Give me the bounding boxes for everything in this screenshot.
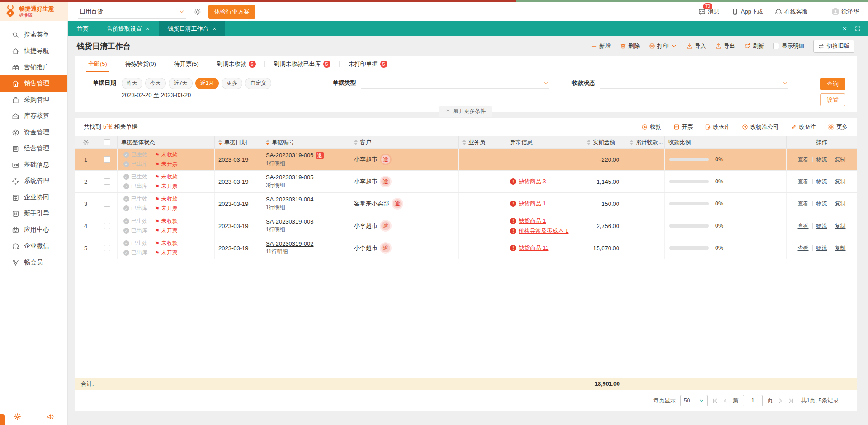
- row-action-logistics[interactable]: 物流: [816, 244, 827, 252]
- org-select[interactable]: 日用百货: [78, 5, 186, 19]
- page-number-input[interactable]: [743, 395, 763, 406]
- row-action-logistics[interactable]: 物流: [816, 222, 827, 230]
- row-action-view[interactable]: 查看: [798, 178, 809, 186]
- chat-widget-edge[interactable]: [0, 414, 5, 425]
- search-button[interactable]: 查询: [820, 78, 845, 90]
- table-row[interactable]: 1 ✓已生效✓已出库 ⚑未收款⚑未开票 2023-03-19 SA-202303…: [75, 149, 857, 171]
- date-pill[interactable]: 昨天: [122, 78, 142, 89]
- prev-page-icon[interactable]: [722, 398, 728, 404]
- table-row[interactable]: 3 ✓已生效✓已出库 ⚑未收款⚑未开票 2023-03-19 SA-202303…: [75, 193, 857, 215]
- sidebar-item-gift[interactable]: 营销推广: [0, 59, 67, 75]
- switch-old-version-button[interactable]: 切换旧版: [813, 40, 854, 53]
- exception-link[interactable]: !缺货商品 1: [510, 217, 546, 225]
- last-page-icon[interactable]: [788, 398, 794, 404]
- row-action-copy[interactable]: 复制: [835, 156, 846, 163]
- column-header[interactable]: 累计收款...: [626, 136, 665, 148]
- next-page-icon[interactable]: [778, 398, 783, 404]
- date-pill[interactable]: 近1月: [195, 78, 219, 89]
- online-service-button[interactable]: 在线客服: [775, 8, 808, 16]
- row-checkbox[interactable]: [104, 245, 110, 251]
- order-code-link[interactable]: SA-20230319-004: [266, 196, 314, 203]
- row-action-logistics[interactable]: 物流: [816, 200, 827, 208]
- filter-tab[interactable]: 全部(5): [79, 56, 116, 72]
- trial-plan-button[interactable]: 体验行业方案: [208, 5, 255, 19]
- row-checkbox[interactable]: [104, 156, 110, 163]
- row-action-copy[interactable]: 复制: [835, 200, 846, 208]
- row-action-view[interactable]: 查看: [798, 222, 809, 230]
- filter-tab[interactable]: 未打印单据5: [340, 56, 396, 72]
- sidebar-item-system[interactable]: 系统管理: [0, 173, 67, 189]
- exception-link[interactable]: !价格异常及零成本 1: [510, 227, 568, 235]
- sidebar-item-money[interactable]: 资金管理: [0, 124, 67, 140]
- app-download-button[interactable]: App下载: [731, 8, 763, 16]
- row-action-view[interactable]: 查看: [798, 244, 809, 252]
- batch-logistics-button[interactable]: 改物流公司: [742, 123, 779, 131]
- per-page-select[interactable]: 50: [680, 395, 708, 406]
- row-action-copy[interactable]: 复制: [835, 244, 846, 252]
- action-plus-button[interactable]: 新增: [591, 42, 611, 50]
- close-tab-icon[interactable]: ×: [213, 26, 217, 32]
- exception-link[interactable]: !缺货商品 1: [510, 200, 546, 208]
- fullscreen-icon[interactable]: [855, 26, 861, 32]
- sidebar-item-clipboard[interactable]: 经营管理: [0, 140, 67, 157]
- row-action-view[interactable]: 查看: [798, 200, 809, 208]
- table-row[interactable]: 2 ✓已生效✓已出库 ⚑未收款⚑未开票 2023-03-19 SA-202303…: [75, 171, 857, 193]
- doc-type-select[interactable]: [361, 78, 549, 89]
- show-detail-toggle[interactable]: 显示明细: [773, 42, 804, 50]
- date-pill[interactable]: 今天: [145, 78, 166, 89]
- row-action-logistics[interactable]: 物流: [816, 156, 827, 163]
- sidebar-item-store[interactable]: 销售管理: [0, 75, 67, 92]
- exception-link[interactable]: !缺货商品 11: [510, 244, 548, 252]
- row-checkbox[interactable]: [104, 201, 110, 207]
- column-header[interactable]: 单据日期: [215, 136, 262, 148]
- column-header[interactable]: 业务员: [459, 136, 506, 148]
- sidebar-item-newbie[interactable]: 新手引导: [0, 205, 67, 222]
- announcement-megaphone-icon[interactable]: [47, 413, 54, 420]
- row-action-copy[interactable]: 复制: [835, 222, 846, 230]
- action-trash-button[interactable]: 删除: [620, 42, 640, 50]
- action-refresh-button[interactable]: 刷新: [744, 42, 764, 50]
- sidebar-item-bag[interactable]: 采购管理: [0, 92, 67, 108]
- action-import-button[interactable]: 导入: [686, 42, 706, 50]
- row-checkbox[interactable]: [104, 223, 110, 229]
- sidebar-item-idcard[interactable]: 基础信息: [0, 157, 67, 173]
- date-pill[interactable]: 自定义: [245, 78, 271, 89]
- table-row[interactable]: 4 ✓已生效✓已出库 ⚑未收款⚑未开票 2023-03-19 SA-202303…: [75, 215, 857, 237]
- filter-tab[interactable]: 到期未收款已出库5: [265, 56, 340, 72]
- sidebar-item-collab[interactable]: 企业协同: [0, 189, 67, 205]
- messages-button[interactable]: 消息 70: [698, 8, 720, 16]
- column-header[interactable]: 客户: [350, 136, 459, 148]
- order-code-link[interactable]: SA-20230319-003: [266, 218, 314, 225]
- window-tab[interactable]: 首页: [68, 21, 98, 36]
- order-code-link[interactable]: SA-20230319-002: [266, 240, 314, 247]
- column-header[interactable]: 实销金额: [583, 136, 626, 148]
- row-action-view[interactable]: 查看: [798, 156, 809, 163]
- column-header[interactable]: 单据编号: [262, 136, 350, 148]
- batch-receive-button[interactable]: 收款: [642, 123, 661, 131]
- date-pill[interactable]: 更多: [222, 78, 242, 89]
- sidebar-item-home[interactable]: 快捷导航: [0, 43, 67, 59]
- close-tab-icon[interactable]: ×: [146, 26, 150, 32]
- row-action-copy[interactable]: 复制: [835, 178, 846, 186]
- sidebar-item-search[interactable]: 搜索菜单: [0, 27, 67, 43]
- action-printer-button[interactable]: 打印: [649, 42, 677, 50]
- select-all-checkbox[interactable]: [104, 139, 110, 145]
- batch-grid-button[interactable]: 更多: [828, 123, 848, 131]
- batch-note-button[interactable]: 改备注: [791, 123, 816, 131]
- row-checkbox[interactable]: [104, 178, 110, 185]
- order-code-link[interactable]: SA-20230319-005: [266, 174, 314, 181]
- sidebar-item-member[interactable]: 畅会员: [0, 254, 67, 271]
- filter-tab[interactable]: 待拣验货(0): [116, 56, 165, 72]
- settings-button[interactable]: 设置: [820, 93, 845, 106]
- exception-link[interactable]: !缺货商品 3: [510, 178, 546, 186]
- payment-status-select[interactable]: [600, 78, 788, 89]
- user-menu[interactable]: 徐泽华: [832, 8, 859, 16]
- action-export-button[interactable]: 导出: [715, 42, 735, 50]
- first-page-icon[interactable]: [712, 398, 718, 404]
- order-code-link[interactable]: SA-20230319-006: [266, 152, 314, 159]
- batch-invoice-button[interactable]: 开票: [673, 123, 693, 131]
- sidebar-item-appcenter[interactable]: 应用中心: [0, 222, 67, 238]
- row-action-logistics[interactable]: 物流: [816, 178, 827, 186]
- table-row[interactable]: 5 ✓已生效✓已出库 ⚑未收款⚑未开票 2023-03-19 SA-202303…: [75, 237, 857, 259]
- batch-warehouse-edit-button[interactable]: 改仓库: [705, 123, 731, 131]
